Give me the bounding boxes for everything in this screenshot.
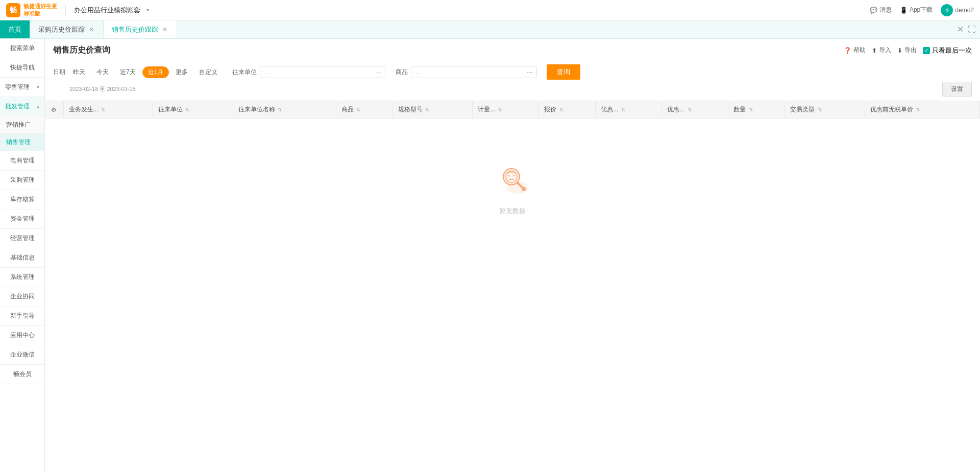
- sort-icon-biz-date[interactable]: ⇅: [101, 107, 105, 112]
- last-only-checkbox[interactable]: [923, 47, 930, 54]
- th-quantity[interactable]: 数量 ⇅: [728, 101, 785, 119]
- sort-icon-pretax-price[interactable]: ⇅: [916, 107, 920, 112]
- setting-btn[interactable]: 设置: [942, 82, 972, 97]
- logo-text: 畅捷通好生意 标准版: [23, 3, 57, 16]
- sort-icon-price[interactable]: ⇅: [559, 107, 564, 112]
- product-input[interactable]: [411, 66, 524, 78]
- close-all-tabs-btn[interactable]: ✕: [957, 25, 964, 34]
- sidebar-item-retail[interactable]: 零售管理 ▾: [0, 78, 44, 97]
- sales-tab-label: 销售历史价跟踪: [112, 25, 158, 34]
- sidebar-item-operations[interactable]: 经营管理: [0, 229, 44, 248]
- main-layout: 搜索菜单 快捷导航 零售管理 ▾ 批发管理 ▴ 营销推广 销售管理 电商管理 采…: [0, 39, 980, 472]
- export-btn[interactable]: ⬇ 导出: [897, 46, 917, 55]
- page-title: 销售历史价查询: [53, 45, 110, 56]
- sidebar-item-guide[interactable]: 新手引导: [0, 306, 44, 326]
- date-btn-more[interactable]: 更多: [171, 66, 192, 78]
- date-btn-yesterday[interactable]: 昨天: [68, 66, 90, 78]
- sidebar-item-basic-info[interactable]: 基础信息: [0, 248, 44, 268]
- date-buttons: 昨天 今天 近7天 近1月 更多 自定义: [68, 66, 222, 78]
- sales-tab-close[interactable]: ✕: [161, 25, 168, 34]
- tab-sales[interactable]: 销售历史价跟踪 ✕: [104, 20, 177, 38]
- date-btn-1month[interactable]: 近1月: [142, 66, 169, 78]
- tab-actions: ✕ ⛶: [953, 20, 980, 38]
- th-product[interactable]: 商品 ⇅: [336, 101, 393, 119]
- tab-purchase[interactable]: 采购历史价跟踪 ✕: [30, 20, 104, 38]
- sidebar-item-app-center[interactable]: 应用中心: [0, 326, 44, 345]
- th-trade-type[interactable]: 交易类型 ⇅: [785, 101, 865, 119]
- date-btn-7days[interactable]: 近7天: [115, 66, 140, 78]
- table-wrap: ⚙ 业务发生... ⇅ 往来单位 ⇅ 往来单位名称 ⇅: [45, 101, 980, 472]
- sort-icon-unit[interactable]: ⇅: [498, 107, 502, 112]
- sidebar-item-sales-mgmt[interactable]: 销售管理: [0, 134, 44, 151]
- page-actions: ❓ 帮助 ⬆ 导入 ⬇ 导出 只看最后一次: [844, 46, 972, 55]
- top-bar-right: 💬 消息 📱 App下载 d demo2: [870, 4, 974, 16]
- th-gear[interactable]: ⚙: [45, 101, 63, 119]
- partner-picker-btn[interactable]: ···: [373, 68, 385, 76]
- fullscreen-btn[interactable]: ⛶: [968, 25, 976, 34]
- sort-icon-discount1[interactable]: ⇅: [621, 107, 625, 112]
- svg-point-5: [508, 175, 510, 177]
- partner-input-wrap: ···: [260, 66, 385, 78]
- th-pretax-price[interactable]: 优惠前无税单价 ⇅: [865, 101, 979, 119]
- sort-icon-spec[interactable]: ⇅: [425, 107, 429, 112]
- sidebar-item-finance[interactable]: 资金管理: [0, 209, 44, 229]
- user-profile[interactable]: d demo2: [941, 4, 974, 16]
- sidebar-item-member[interactable]: 畅会员: [0, 365, 44, 384]
- th-discount1[interactable]: 优惠... ⇅: [596, 101, 662, 119]
- import-btn[interactable]: ⬆ 导入: [872, 46, 891, 55]
- date-btn-today[interactable]: 今天: [92, 66, 113, 78]
- date-btn-custom[interactable]: 自定义: [194, 66, 222, 78]
- th-partner-code[interactable]: 往来单位 ⇅: [153, 101, 233, 119]
- svg-point-4: [522, 187, 526, 191]
- th-biz-date[interactable]: 业务发生... ⇅: [63, 101, 153, 119]
- wholesale-arrow-icon: ▴: [37, 104, 39, 109]
- sidebar-item-quick-nav[interactable]: 快捷导航: [0, 58, 44, 78]
- wholesale-label: 批发管理: [5, 102, 30, 111]
- sidebar-item-system[interactable]: 系统管理: [0, 268, 44, 287]
- th-price[interactable]: 报价 ⇅: [539, 101, 596, 119]
- th-unit[interactable]: 计量... ⇅: [473, 101, 539, 119]
- sidebar-item-search-menu[interactable]: 搜索菜单: [0, 39, 44, 58]
- sort-icon-quantity[interactable]: ⇅: [749, 107, 753, 112]
- logo-area: 畅 畅捷通好生意 标准版: [6, 3, 57, 17]
- sidebar-item-ecommerce[interactable]: 电商管理: [0, 151, 44, 171]
- sort-icon-discount2[interactable]: ⇅: [688, 107, 692, 112]
- th-partner-name[interactable]: 往来单位名称 ⇅: [233, 101, 336, 119]
- sort-icon-partner-name[interactable]: ⇅: [278, 107, 282, 112]
- app-download-btn[interactable]: 📱 App下载: [900, 6, 933, 14]
- purchase-tab-close[interactable]: ✕: [88, 25, 95, 34]
- sidebar-item-enterprise[interactable]: 企业协同: [0, 287, 44, 306]
- date-filter-group: 日期 昨天 今天 近7天 近1月 更多 自定义: [53, 66, 222, 78]
- filter-row-1: 日期 昨天 今天 近7天 近1月 更多 自定义 往来单位 ···: [53, 64, 972, 80]
- last-only-wrap[interactable]: 只看最后一次: [923, 46, 972, 55]
- sidebar-item-wechat[interactable]: 企业微信: [0, 345, 44, 365]
- product-picker-btn[interactable]: ···: [524, 68, 536, 76]
- top-bar: 畅 畅捷通好生意 标准版 办公用品行业模拟账套 ▾ 💬 消息 📱 App下载 d…: [0, 0, 980, 20]
- partner-input[interactable]: [260, 66, 373, 78]
- logo-icon: 畅: [6, 3, 20, 17]
- home-tab-label: 首页: [8, 25, 21, 34]
- tab-home[interactable]: 首页: [0, 20, 30, 38]
- filter-row-2: 2023-02-18 至 2023-03-18 设置: [53, 82, 972, 97]
- sidebar-item-purchase-mgmt[interactable]: 采购管理: [0, 171, 44, 190]
- sidebar-item-inventory[interactable]: 库存核算: [0, 190, 44, 209]
- sort-icon-product[interactable]: ⇅: [356, 107, 360, 112]
- sidebar-item-wholesale[interactable]: 批发管理 ▴: [0, 97, 44, 116]
- top-bar-left: 畅 畅捷通好生意 标准版 办公用品行业模拟账套 ▾: [6, 3, 149, 17]
- quick-nav-label: 快捷导航: [10, 63, 35, 72]
- query-btn[interactable]: 查询: [547, 64, 580, 80]
- th-spec[interactable]: 规格型号 ⇅: [393, 101, 473, 119]
- page-header: 销售历史价查询 ❓ 帮助 ⬆ 导入 ⬇ 导出 只看最后一次: [45, 39, 980, 60]
- content-area: 销售历史价查询 ❓ 帮助 ⬆ 导入 ⬇ 导出 只看最后一次: [45, 39, 980, 472]
- sort-icon-trade-type[interactable]: ⇅: [818, 107, 822, 112]
- sort-icon-partner-code[interactable]: ⇅: [185, 107, 189, 112]
- help-btn[interactable]: ❓ 帮助: [844, 46, 866, 55]
- export-icon: ⬇: [897, 47, 902, 54]
- sidebar-item-marketing[interactable]: 营销推广: [0, 116, 44, 134]
- app-dropdown-icon[interactable]: ▾: [146, 7, 149, 13]
- empty-state: 暂无数据: [45, 119, 980, 256]
- divider: [65, 5, 66, 15]
- message-btn[interactable]: 💬 消息: [870, 6, 892, 14]
- th-discount2[interactable]: 优惠... ⇅: [662, 101, 728, 119]
- date-range-display: 2023-02-18 至 2023-03-18: [69, 85, 136, 93]
